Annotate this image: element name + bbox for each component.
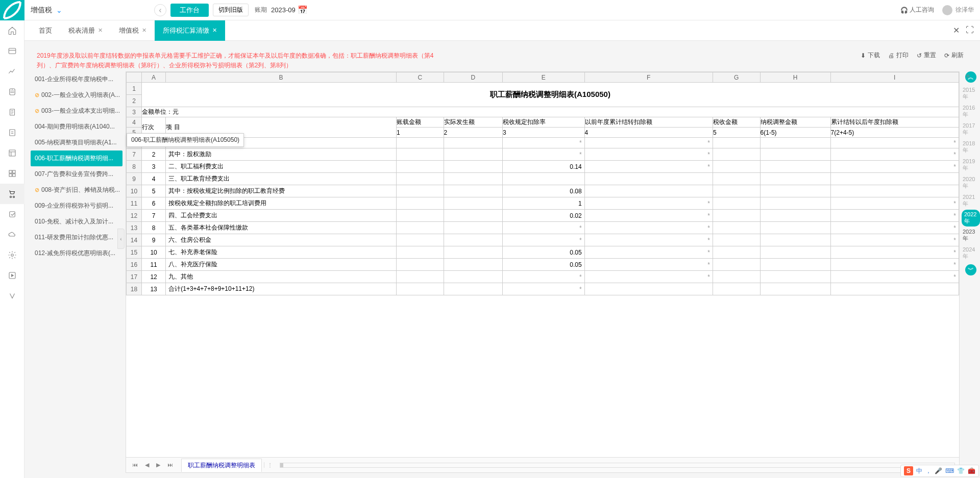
year-item[interactable]: 2024年 — [962, 244, 980, 262]
form-list-item[interactable]: 001-企业所得税年度纳税申... — [31, 71, 122, 87]
col-header[interactable]: G — [713, 72, 760, 83]
cell-item[interactable]: 五、各类基本社会保障性缴款 — [166, 222, 397, 234]
cell-value[interactable]: 1 — [502, 197, 584, 210]
cell-value[interactable] — [830, 173, 959, 185]
form-list-item[interactable]: ⊘003-一般企业成本支出明细... — [31, 103, 122, 119]
cell-value[interactable] — [584, 185, 713, 197]
cell-value[interactable]: * — [584, 234, 713, 246]
col-header[interactable]: F — [584, 72, 713, 83]
cell-value[interactable]: * — [584, 210, 713, 222]
close-all-icon[interactable]: ✕ — [953, 26, 960, 35]
cell-rownum[interactable]: 8 — [142, 222, 166, 234]
col-header[interactable]: B — [166, 72, 397, 83]
cell-value[interactable]: * — [830, 161, 959, 173]
cell-item[interactable]: 二、职工福利费支出 — [166, 161, 397, 173]
cell-value[interactable]: * — [502, 222, 584, 234]
close-icon[interactable]: ✕ — [142, 27, 146, 34]
cell-value[interactable] — [760, 185, 830, 197]
form-list-item[interactable]: 009-企业所得税弥补亏损明... — [31, 198, 122, 214]
cell-value[interactable] — [584, 283, 713, 295]
cell-rownum[interactable]: 9 — [142, 234, 166, 246]
cell-value[interactable] — [713, 222, 760, 234]
row-header[interactable]: 1 — [127, 83, 142, 95]
cell-value[interactable]: * — [584, 222, 713, 234]
row-header[interactable]: 11 — [127, 197, 142, 210]
cell-rownum[interactable]: 4 — [142, 173, 166, 185]
cell-value[interactable]: * — [502, 283, 584, 295]
cell-value[interactable] — [397, 197, 444, 210]
form-list-item[interactable]: ⊘008-资产折旧、摊销及纳税... — [31, 182, 122, 198]
cell-value[interactable]: * — [830, 222, 959, 234]
cell-value[interactable]: * — [502, 148, 584, 161]
tab-item[interactable]: 税表清册✕ — [60, 20, 111, 41]
col-header[interactable]: D — [444, 72, 502, 83]
cell-value[interactable] — [397, 161, 444, 173]
sheet-nav-next[interactable]: ▶ — [153, 461, 163, 469]
ime-lang[interactable]: 中 — [916, 467, 922, 475]
nav-home-icon[interactable] — [0, 20, 24, 41]
app-logo[interactable] — [0, 0, 24, 20]
cell-value[interactable]: 0.08 — [502, 185, 584, 197]
tab-item[interactable]: 首页 — [31, 20, 60, 41]
year-item[interactable]: 2015年 — [962, 85, 980, 103]
cell-rownum[interactable]: 5 — [142, 185, 166, 197]
col-header[interactable]: A — [142, 72, 166, 83]
cell-value[interactable] — [760, 148, 830, 161]
year-item[interactable]: 2023年 — [962, 227, 980, 244]
cell-value[interactable] — [713, 173, 760, 185]
year-item[interactable]: 2020年 — [962, 174, 980, 192]
col-header[interactable]: E — [502, 72, 584, 83]
row-header[interactable]: 17 — [127, 271, 142, 283]
cell-value[interactable] — [397, 148, 444, 161]
cell-value[interactable]: 0.14 — [502, 161, 584, 173]
year-item[interactable]: 2021年 — [962, 192, 980, 210]
cell-rownum[interactable]: 7 — [142, 210, 166, 222]
cell-value[interactable] — [397, 138, 444, 148]
cell-rownum[interactable]: 13 — [142, 283, 166, 295]
row-header[interactable]: 10 — [127, 185, 142, 197]
cell-value[interactable] — [444, 283, 502, 295]
nav-grid-icon[interactable] — [0, 163, 24, 184]
form-list-item[interactable]: 007-广告费和业务宣传费跨... — [31, 166, 122, 182]
row-header[interactable]: 15 — [127, 246, 142, 259]
nav-report-icon[interactable] — [0, 122, 24, 143]
year-item[interactable]: 2022年 — [962, 210, 980, 227]
row-header[interactable]: 2 — [127, 95, 142, 107]
row-header[interactable]: 4 — [127, 117, 142, 128]
cell-value[interactable] — [444, 173, 502, 185]
cell-value[interactable] — [444, 246, 502, 259]
cell-value[interactable] — [444, 185, 502, 197]
cell-value[interactable]: * — [584, 271, 713, 283]
row-header[interactable]: 7 — [127, 148, 142, 161]
cell-value[interactable] — [397, 246, 444, 259]
tab-item[interactable]: 增值税✕ — [111, 20, 155, 41]
cell-value[interactable]: * — [830, 197, 959, 210]
cell-value[interactable]: * — [502, 138, 584, 148]
row-header[interactable]: 3 — [127, 107, 142, 117]
nav-tax-icon[interactable] — [0, 184, 24, 204]
print-button[interactable]: 🖨打印 — [888, 51, 909, 60]
cell-value[interactable]: * — [584, 161, 713, 173]
cell-value[interactable] — [713, 210, 760, 222]
ime-punct[interactable]: ， — [925, 467, 932, 475]
sheet-nav-last[interactable]: ⏭ — [164, 461, 176, 469]
cell-item[interactable]: 八、补充医疗保险 — [166, 259, 397, 271]
ime-tool-icon[interactable]: 🧰 — [968, 467, 975, 474]
cell-item[interactable]: 九、其他 — [166, 271, 397, 283]
cell-value[interactable] — [713, 259, 760, 271]
cell-value[interactable] — [713, 185, 760, 197]
nav-template-icon[interactable] — [0, 143, 24, 163]
cell-value[interactable]: * — [584, 138, 713, 148]
row-header[interactable]: 12 — [127, 210, 142, 222]
close-icon[interactable]: ✕ — [98, 27, 103, 34]
row-header[interactable]: 9 — [127, 173, 142, 185]
collapse-handle[interactable]: ‹ — [117, 229, 125, 249]
form-list-item[interactable]: 010-免税、减计收入及加计... — [31, 214, 122, 230]
ime-toolbar[interactable]: S 中 ， 🎤 ⌨ 👕 🧰 — [900, 465, 979, 477]
horizontal-scrollbar[interactable] — [280, 463, 955, 468]
calendar-icon[interactable]: 📅 — [298, 5, 308, 15]
year-item[interactable]: 2016年 — [962, 103, 980, 120]
cell-value[interactable] — [397, 271, 444, 283]
cell-item[interactable]: 其中：按税收规定比例扣除的职工教育经费 — [166, 185, 397, 197]
cell-value[interactable]: * — [502, 271, 584, 283]
